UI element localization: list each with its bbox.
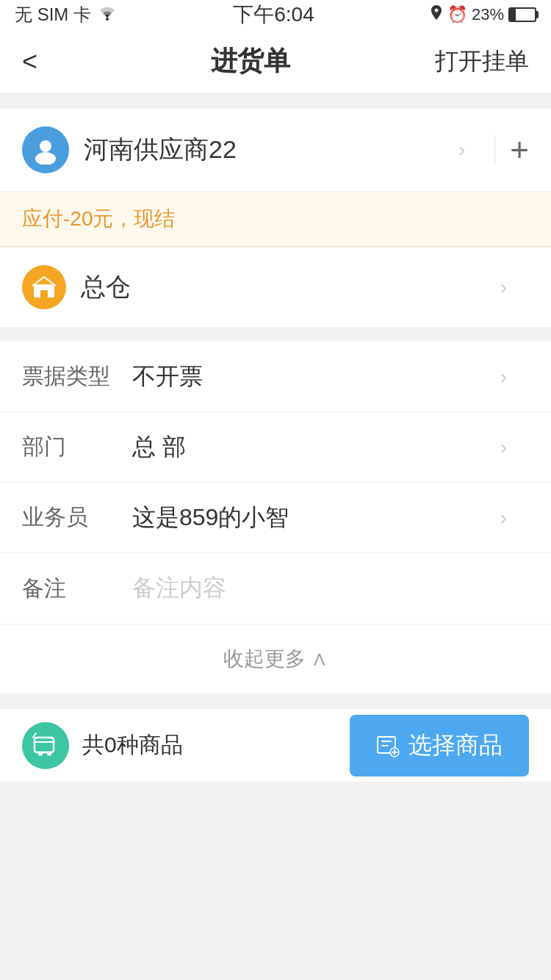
- svg-point-7: [47, 752, 51, 756]
- salesperson-chevron-icon: ›: [500, 506, 507, 530]
- salesperson-row[interactable]: 业务员 这是859的小智 ›: [0, 483, 551, 553]
- nav-bar: < 进货单 打开挂单: [0, 29, 551, 94]
- collapse-button[interactable]: 收起更多 ∧: [0, 624, 551, 693]
- remark-label: 备注: [22, 574, 118, 604]
- invoice-type-value: 不开票: [118, 361, 500, 393]
- supplier-name: 河南供应商22: [84, 133, 458, 167]
- back-button[interactable]: <: [22, 46, 66, 77]
- svg-rect-5: [35, 738, 54, 752]
- department-label: 部门: [22, 432, 118, 462]
- section-divider-1: [0, 94, 551, 109]
- page-title: 进货单: [211, 43, 290, 79]
- supplier-avatar: [22, 126, 69, 173]
- invoice-type-row[interactable]: 票据类型 不开票 ›: [0, 342, 551, 412]
- department-chevron-icon: ›: [500, 436, 507, 459]
- invoice-type-chevron-icon: ›: [500, 365, 507, 389]
- salesperson-value: 这是859的小智: [118, 502, 500, 534]
- department-row[interactable]: 部门 总 部 ›: [0, 412, 551, 483]
- add-supplier-button[interactable]: +: [510, 134, 529, 166]
- status-time: 下午6:04: [233, 1, 314, 29]
- department-value: 总 部: [118, 431, 500, 464]
- status-bar: 无 SIM 卡 下午6:04 ⏰ 23%: [0, 0, 551, 29]
- select-product-label: 选择商品: [408, 729, 503, 762]
- supplier-section: 河南供应商22 › + 应付-20元，现结 总仓 ›: [0, 109, 551, 327]
- remark-row[interactable]: 备注 备注内容: [0, 553, 551, 624]
- cart-icon-circle: [22, 722, 69, 769]
- bottom-bar: 共0种商品 选择商品: [0, 708, 551, 782]
- battery-percent: 23%: [472, 5, 504, 24]
- select-product-icon: [376, 734, 400, 757]
- svg-point-6: [38, 752, 43, 756]
- salesperson-label: 业务员: [22, 502, 118, 533]
- product-count-wrap: 共0种商品: [22, 722, 183, 769]
- notice-bar: 应付-20元，现结: [0, 192, 551, 247]
- warehouse-chevron-icon: ›: [500, 275, 507, 299]
- carrier-label: 无 SIM 卡: [15, 3, 91, 26]
- svg-point-2: [35, 152, 56, 165]
- wifi-icon: [97, 4, 118, 25]
- invoice-type-label: 票据类型: [22, 361, 118, 392]
- product-count-text: 共0种商品: [82, 730, 183, 760]
- status-left: 无 SIM 卡: [15, 3, 118, 26]
- open-pending-button[interactable]: 打开挂单: [435, 46, 529, 78]
- warehouse-row[interactable]: 总仓 ›: [0, 247, 551, 327]
- supplier-chevron-icon: ›: [458, 138, 465, 162]
- warehouse-name: 总仓: [81, 270, 500, 304]
- svg-point-0: [106, 18, 109, 21]
- form-section: 票据类型 不开票 › 部门 总 部 › 业务员 这是859的小智 › 备注 备注…: [0, 342, 551, 624]
- battery-icon: [508, 7, 536, 22]
- vertical-divider: [494, 135, 495, 165]
- supplier-row[interactable]: 河南供应商22 › +: [0, 109, 551, 192]
- remark-input[interactable]: 备注内容: [118, 572, 529, 605]
- select-product-button[interactable]: 选择商品: [350, 715, 529, 777]
- svg-rect-4: [40, 290, 48, 298]
- location-icon: [430, 5, 443, 24]
- status-right: ⏰ 23%: [430, 5, 536, 24]
- svg-point-1: [40, 140, 51, 152]
- warehouse-icon: [22, 265, 66, 309]
- alarm-icon: ⏰: [447, 5, 467, 24]
